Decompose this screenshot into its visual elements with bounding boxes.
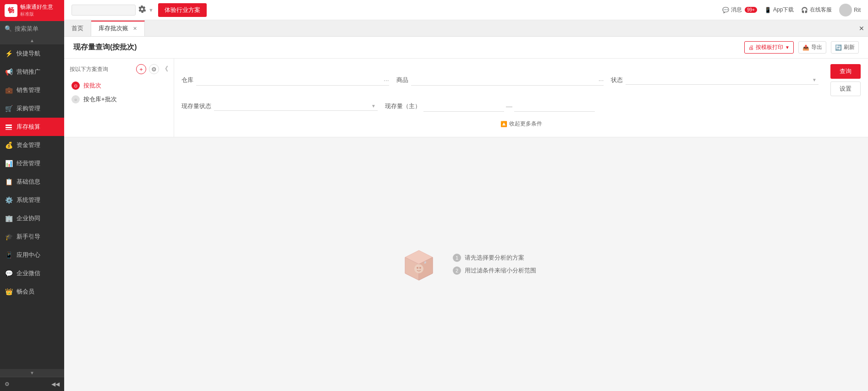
tab-home[interactable]: 首页 [64,21,91,36]
warehouse-more-btn[interactable]: ··· [384,76,389,84]
export-btn[interactable]: 📤 导出 [798,41,826,54]
empty-tips: 1 请先选择要分析的方案 2 用过滤条件来缩小分析范围 [453,254,536,275]
wechat-icon: 💬 [5,269,13,277]
sidebar-item-system[interactable]: ⚙️ 系统管理 [0,191,64,209]
sidebar-settings-btn[interactable]: ⚙ [5,381,10,387]
sidebar-item-app-center[interactable]: 📱 应用中心 [0,246,64,264]
sidebar-item-basic[interactable]: 📋 基础信息 [0,173,64,191]
newcomer-icon: 🎓 [5,233,13,241]
sidebar: 畅 畅康通好生意 标准版 🔍 搜索菜单 ▲ ⚡ 快捷导航 📢 营销推广 💼 销售… [0,0,64,391]
system-icon: ⚙️ [5,196,13,204]
goods-input-area: ··· [411,75,604,86]
sidebar-item-label: 新手引导 [16,233,40,241]
filter-right-panel: 仓库 ··· 商品 ··· [174,59,868,137]
status-select[interactable]: ▼ [626,76,819,85]
collapse-up-icon: 🔼 [500,121,507,127]
sidebar-scroll-down[interactable]: ▼ [0,369,64,377]
print-btn[interactable]: 🖨 按模板打印 ▼ [744,41,794,54]
sidebar-search[interactable]: 🔍 搜索菜单 [0,21,64,37]
filter-scheme-by-batch[interactable]: ⊙ 按批次 [70,79,168,92]
stock-status-select[interactable]: ▼ [214,102,378,111]
sidebar-collapse-btn[interactable]: ◀◀ [51,381,60,387]
refresh-btn[interactable]: 🔄 刷新 [831,41,859,54]
filter-group-stock-status: 现存量状态 ▼ [181,102,378,111]
stock-qty-dash: — [506,103,512,110]
goods-more-btn[interactable]: ··· [599,76,604,84]
warehouse-label: 仓库 [181,76,193,84]
topbar-search-input[interactable] [71,5,136,16]
user-btn[interactable]: Rit [839,4,861,16]
stock-qty-from-input[interactable] [423,101,504,112]
app-center-icon: 📱 [5,251,13,259]
status-label: 状态 [611,76,623,84]
filter-left-header: 按以下方案查询 + ⚙ 《 [70,64,168,74]
sidebar-scroll-up[interactable]: ▲ [0,37,64,44]
tab-close-btn[interactable]: ✕ [133,26,137,31]
tip-text-2: 用过滤条件来缩小分析范围 [465,266,536,275]
tab-inventory-batch[interactable]: 库存批次账 ✕ [91,21,145,36]
inventory-icon [5,123,13,131]
sidebar-item-inventory[interactable]: 库存核算 [0,118,64,136]
goods-input[interactable] [411,75,604,86]
marketing-icon: 📢 [5,68,13,76]
svg-rect-0 [5,125,12,126]
app-edition: 标准版 [20,11,53,17]
filter-group-stock-qty: 现存量（主） — [385,101,595,112]
refresh-icon: 🔄 [835,44,842,51]
sidebar-item-quick-nav[interactable]: ⚡ 快捷导航 [0,44,64,63]
sidebar-item-enterprise[interactable]: 🏢 企业协同 [0,209,64,228]
sidebar-item-label: 畅会员 [16,288,34,296]
topbar-gear-icon[interactable] [138,5,146,14]
warehouse-input[interactable] [196,75,389,86]
filter-scheme-by-warehouse-batch[interactable]: ○ 按仓库+批次 [70,92,168,106]
stock-status-input-area: ▼ [214,102,378,111]
search-icon: 🔍 [5,25,12,32]
scheme-by-batch-label: 按批次 [83,81,101,90]
sidebar-item-marketing[interactable]: 📢 营销推广 [0,63,64,81]
basic-icon: 📋 [5,178,13,186]
gear-icon: ⚙ [151,66,157,73]
sidebar-item-operations[interactable]: 📊 经营管理 [0,154,64,173]
service-btn[interactable]: 🎧 在线客服 [801,6,832,14]
empty-tip-2: 2 用过滤条件来缩小分析范围 [453,266,536,275]
sidebar-item-label: 销售管理 [16,86,40,94]
tip-num-1: 1 [453,254,461,262]
message-btn[interactable]: 💬 消息 99+ [722,6,757,14]
sidebar-footer: ⚙ ◀◀ [0,377,64,391]
topbar: ▼ 体验行业方案 💬 消息 99+ 📱 App下载 🎧 在线客服 Rit [64,0,868,20]
quick-nav-icon: ⚡ [5,49,13,58]
svg-point-8 [417,267,418,269]
print-arrow-icon: ▼ [785,45,790,50]
settings-icon: ⚙ [5,381,10,387]
sidebar-item-finance[interactable]: 💰 资金管理 [0,136,64,154]
tip-text-1: 请先选择要分析的方案 [465,254,524,262]
empty-tip-1: 1 请先选择要分析的方案 [453,254,536,262]
topbar-dropdown-arrow[interactable]: ▼ [148,7,154,13]
empty-icon [396,241,442,287]
sidebar-item-newcomer[interactable]: 🎓 新手引导 [0,228,64,246]
page-content: 现存量查询(按批次) 🖨 按模板打印 ▼ 📤 导出 🔄 刷新 [64,37,868,391]
stock-qty-to-input[interactable] [514,101,595,112]
member-icon: 👑 [5,288,13,296]
tab-home-label: 首页 [71,25,83,32]
filter-group-status: 状态 ▼ [611,76,819,85]
collapse-more-btn[interactable]: 🔼 收起更多条件 [181,116,861,131]
filter-settings-btn[interactable]: 设置 [830,81,861,96]
sidebar-item-purchase[interactable]: 🛒 采购管理 [0,99,64,118]
app-download-btn[interactable]: 📱 App下载 [764,6,794,14]
collapse-icon: ◀◀ [51,381,60,387]
filter-actions: 查询 设置 [830,64,861,96]
tab-close-main-btn[interactable]: ✕ [859,25,864,32]
export-label: 导出 [811,43,822,51]
sidebar-item-member[interactable]: 👑 畅会员 [0,282,64,301]
service-label: 在线客服 [810,6,832,14]
download-icon: 📱 [764,7,771,13]
add-scheme-btn[interactable]: + [136,64,146,74]
app-download-label: App下载 [773,6,794,14]
sidebar-item-sales[interactable]: 💼 销售管理 [0,81,64,99]
query-btn[interactable]: 查询 [830,64,861,79]
collapse-left-btn[interactable]: 《 [162,65,168,73]
scheme-settings-btn[interactable]: ⚙ [149,64,159,74]
trial-btn[interactable]: 体验行业方案 [158,3,207,17]
sidebar-item-wechat[interactable]: 💬 企业微信 [0,264,64,282]
